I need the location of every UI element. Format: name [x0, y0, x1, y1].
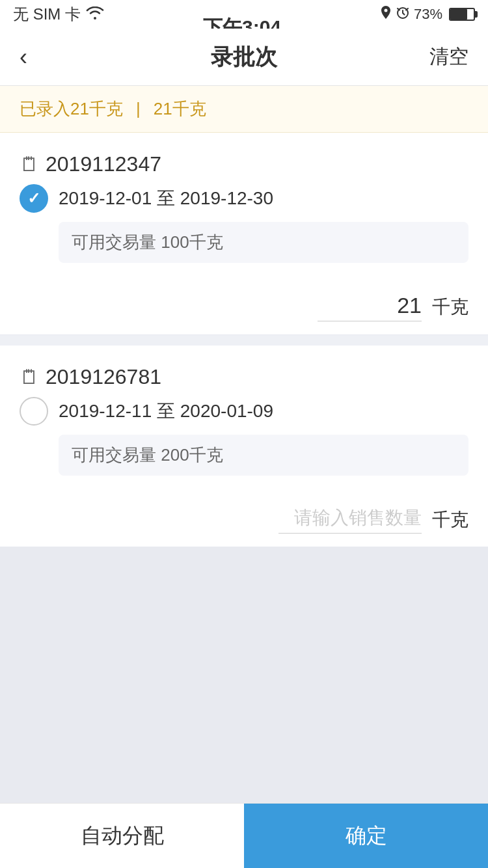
batch-2-qty-row: 请输入销售数量 千克 — [0, 495, 488, 547]
batch-1-unit: 千克 — [432, 295, 468, 319]
batch-2-id: 2019126781 — [46, 365, 161, 389]
batch-2-qty-placeholder: 请输入销售数量 — [294, 506, 422, 530]
clear-button[interactable]: 清空 — [429, 44, 468, 70]
content-area: 已录入21千克 | 21千克 🗒 2019112347 2019-12-01 至… — [0, 86, 488, 868]
page-title: 录批次 — [211, 42, 277, 72]
auto-distribute-button[interactable]: 自动分配 — [0, 804, 244, 868]
batch-1-radio[interactable] — [20, 184, 48, 213]
batch-2-unit: 千克 — [432, 508, 468, 532]
banner-divider: | — [136, 99, 141, 119]
batch-item-1: 🗒 2019112347 2019-12-01 至 2019-12-30 可用交… — [0, 133, 488, 282]
batch-1-qty-row: 21 千克 — [0, 282, 488, 335]
batch-1-id: 2019112347 — [46, 152, 161, 176]
status-bar: 无 SIM 卡 下午3:04 73% — [0, 0, 488, 29]
status-left: 无 SIM 卡 — [13, 4, 104, 25]
section-divider — [0, 335, 488, 346]
batch-1-icon: 🗒 — [20, 154, 39, 176]
batch-1-header: 🗒 2019112347 — [20, 152, 468, 176]
batch-2-icon: 🗒 — [20, 366, 39, 388]
recorded-label: 已录入21千克 — [20, 98, 123, 120]
batch-1-available: 可用交易量 100千克 — [59, 222, 468, 263]
back-button[interactable]: ‹ — [20, 44, 27, 71]
nav-bar: ‹ 录批次 清空 — [0, 29, 488, 86]
batch-2-date: 2019-12-11 至 2020-01-09 — [59, 399, 273, 424]
banner-value: 21千克 — [154, 98, 206, 120]
empty-area — [0, 547, 488, 821]
confirm-button[interactable]: 确定 — [244, 804, 488, 868]
wifi-icon — [86, 5, 104, 23]
batch-item-2: 🗒 2019126781 2019-12-11 至 2020-01-09 可用交… — [0, 346, 488, 495]
batch-2-date-row: 2019-12-11 至 2020-01-09 — [20, 397, 468, 426]
batch-2-header: 🗒 2019126781 — [20, 365, 468, 389]
batch-2-available: 可用交易量 200千克 — [59, 435, 468, 476]
battery-percent: 73% — [414, 6, 442, 23]
status-right: 73% — [380, 5, 475, 23]
location-icon — [380, 5, 392, 23]
batch-1-date: 2019-12-01 至 2019-12-30 — [59, 186, 273, 211]
batch-2-radio[interactable] — [20, 397, 48, 426]
batch-1-qty-value: 21 — [397, 293, 422, 318]
batch-1-qty-underline: 21 — [318, 293, 422, 321]
bottom-bar: 自动分配 确定 — [0, 803, 488, 868]
alarm-icon — [396, 5, 410, 23]
battery-icon — [449, 8, 475, 21]
carrier-text: 无 SIM 卡 — [13, 4, 81, 25]
info-banner: 已录入21千克 | 21千克 — [0, 86, 488, 133]
batch-1-date-row: 2019-12-01 至 2019-12-30 — [20, 184, 468, 213]
batch-2-qty-underline[interactable]: 请输入销售数量 — [278, 506, 422, 534]
